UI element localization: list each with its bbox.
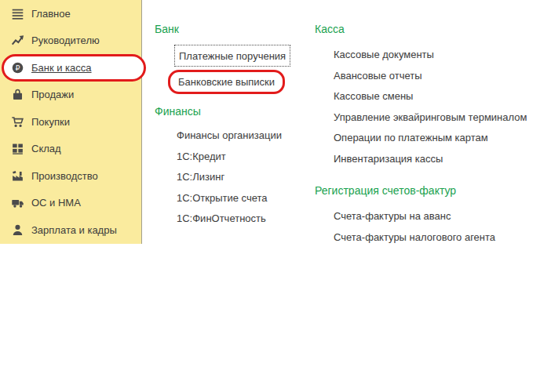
pallet-icon <box>10 142 24 156</box>
truck-icon <box>10 196 24 210</box>
link-cash-documents[interactable]: Кассовые документы <box>334 49 434 60</box>
menu-icon <box>10 6 24 20</box>
section-title-bank: Банк <box>155 22 290 36</box>
sidebar-item-label: Продажи <box>31 89 74 100</box>
sidebar-item-bank-and-cash[interactable]: ₽ Банк и касса <box>2 54 146 82</box>
sidebar-item-label: Покупки <box>31 116 70 128</box>
bag-icon <box>10 88 24 102</box>
person-icon <box>10 223 24 237</box>
link-payment-card-operations[interactable]: Операции по платежным картам <box>334 132 488 143</box>
link-1c-leasing[interactable]: 1С:Лизинг <box>177 171 224 183</box>
section-title-invoices: Регистрация счетов-фактур <box>315 183 495 198</box>
sidebar-item-main[interactable]: Главное <box>0 0 141 27</box>
ruble-coin-icon: ₽ <box>10 60 24 74</box>
link-advance-reports[interactable]: Авансовые отчеты <box>334 70 422 82</box>
sidebar-item-label: Руководителю <box>31 34 100 46</box>
invoices-section: Регистрация счетов-фактур Счета-фактуры … <box>315 183 495 247</box>
sidebar-item-label: Зарплата и кадры <box>31 224 117 236</box>
section-panel: Главное Руководителю ₽ Банк и касса Прод… <box>0 0 142 244</box>
red-annotation-oval: Банковские выписки <box>168 70 285 94</box>
link-invoices-tax-agent[interactable]: Счета-фактуры налогового агента <box>334 231 495 243</box>
sidebar-item-label: Банк и касса <box>31 62 92 74</box>
focus-dotted-box: Платежные поручения <box>174 45 290 67</box>
sidebar-item-purchases[interactable]: Покупки <box>0 108 141 136</box>
section-title-kassa: Касса <box>315 22 527 36</box>
chart-icon <box>10 34 24 48</box>
link-cash-shifts[interactable]: Кассовые смены <box>334 90 413 102</box>
sidebar-item-fixed-assets[interactable]: ОС и НМА <box>0 190 141 217</box>
sidebar-item-sales[interactable]: Продажи <box>0 82 141 109</box>
sidebar-item-label: Склад <box>31 143 61 154</box>
cart-icon <box>10 114 24 129</box>
sidebar-item-production[interactable]: Производство <box>0 162 141 190</box>
finance-section: Финансы Финансы организации 1С:Кредит 1С… <box>155 104 282 229</box>
link-payment-orders[interactable]: Платежные поручения <box>179 50 286 62</box>
sidebar-item-label: Производство <box>31 170 98 182</box>
sidebar-item-manager[interactable]: Руководителю <box>0 27 141 55</box>
link-cash-inventory[interactable]: Инвентаризация кассы <box>334 153 443 165</box>
link-1c-account-opening[interactable]: 1С:Открытие счета <box>177 192 268 204</box>
svg-text:₽: ₽ <box>15 64 20 72</box>
bank-section: Банк Платежные поручения Банковские выпи… <box>155 22 290 94</box>
kassa-section: Касса Кассовые документы Авансовые отчет… <box>315 22 527 169</box>
link-org-finance[interactable]: Финансы организации <box>177 129 282 141</box>
link-invoices-advance[interactable]: Счета-фактуры на аванс <box>334 210 451 222</box>
sidebar-item-label: ОС и НМА <box>31 197 81 209</box>
link-acquiring-terminal[interactable]: Управление эквайринговым терминалом <box>334 111 527 123</box>
link-bank-statements[interactable]: Банковские выписки <box>178 76 275 88</box>
sidebar-item-label: Главное <box>31 8 71 20</box>
link-1c-credit[interactable]: 1С:Кредит <box>177 151 226 162</box>
sidebar-item-warehouse[interactable]: Склад <box>0 136 141 163</box>
link-1c-finreport[interactable]: 1С:ФинОтчетность <box>177 212 266 224</box>
section-title-finance: Финансы <box>155 104 282 118</box>
sidebar-item-payroll[interactable]: Зарплата и кадры <box>0 216 141 244</box>
factory-icon <box>10 169 24 183</box>
